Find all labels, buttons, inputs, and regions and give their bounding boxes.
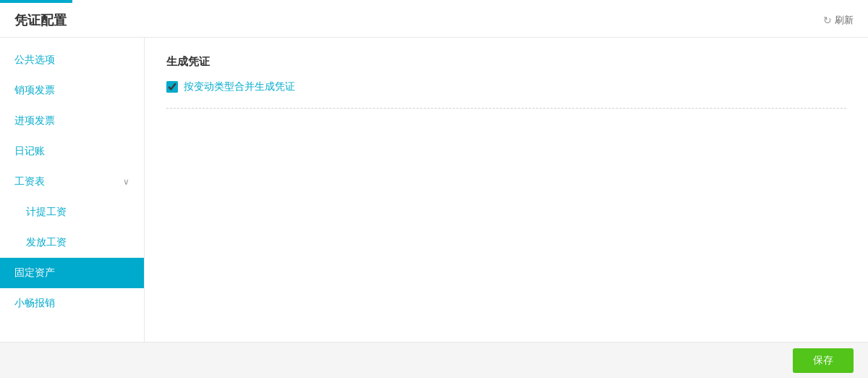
body: 公共选项销项发票进项发票日记账工资表∨计提工资发放工资固定资产小畅报销 生成凭证… bbox=[0, 38, 868, 342]
section-divider bbox=[166, 108, 846, 109]
refresh-label: 刷新 bbox=[835, 14, 854, 27]
header: 凭证配置 ↻ 刷新 bbox=[0, 3, 868, 38]
sidebar-item-payroll-calc[interactable]: 计提工资 bbox=[0, 197, 144, 227]
sidebar-item-label-payroll-calc: 计提工资 bbox=[26, 206, 67, 219]
sidebar-item-payroll-pay[interactable]: 发放工资 bbox=[0, 227, 144, 258]
section-title: 生成凭证 bbox=[166, 55, 846, 69]
checkbox-row: 按变动类型合并生成凭证 bbox=[166, 80, 846, 93]
sidebar-item-label-fixed-assets: 固定资产 bbox=[14, 266, 55, 280]
refresh-button[interactable]: ↻ 刷新 bbox=[823, 14, 854, 27]
sidebar-item-label-journal: 日记账 bbox=[14, 145, 45, 158]
merge-checkbox-label[interactable]: 按变动类型合并生成凭证 bbox=[184, 80, 295, 93]
page-title: 凭证配置 bbox=[14, 12, 67, 29]
merge-checkbox[interactable] bbox=[166, 81, 178, 93]
sidebar-item-label-sales-invoice: 销项发票 bbox=[14, 84, 55, 97]
sidebar-item-label-payroll-table: 工资表 bbox=[14, 175, 45, 188]
sidebar-item-label-public: 公共选项 bbox=[14, 54, 55, 67]
top-indicator bbox=[0, 0, 72, 3]
refresh-icon: ↻ bbox=[823, 14, 832, 26]
sidebar-item-journal[interactable]: 日记账 bbox=[0, 136, 144, 167]
sidebar-item-expense[interactable]: 小畅报销 bbox=[0, 288, 144, 319]
sidebar: 公共选项销项发票进项发票日记账工资表∨计提工资发放工资固定资产小畅报销 bbox=[0, 38, 145, 342]
main-content: 生成凭证 按变动类型合并生成凭证 bbox=[145, 38, 868, 342]
sidebar-item-purchase-invoice[interactable]: 进项发票 bbox=[0, 106, 144, 136]
sidebar-item-public[interactable]: 公共选项 bbox=[0, 45, 144, 75]
sidebar-item-label-purchase-invoice: 进项发票 bbox=[14, 114, 55, 127]
sidebar-item-label-payroll-pay: 发放工资 bbox=[26, 236, 67, 249]
sidebar-item-label-expense: 小畅报销 bbox=[14, 297, 55, 310]
sidebar-item-payroll-table[interactable]: 工资表∨ bbox=[0, 167, 144, 197]
chevron-down-icon: ∨ bbox=[123, 177, 129, 187]
save-button[interactable]: 保存 bbox=[793, 348, 854, 373]
sidebar-item-fixed-assets[interactable]: 固定资产 bbox=[0, 258, 144, 288]
sidebar-item-sales-invoice[interactable]: 销项发票 bbox=[0, 75, 144, 106]
page-wrapper: 凭证配置 ↻ 刷新 公共选项销项发票进项发票日记账工资表∨计提工资发放工资固定资… bbox=[0, 0, 868, 378]
footer: 保存 bbox=[0, 342, 868, 378]
